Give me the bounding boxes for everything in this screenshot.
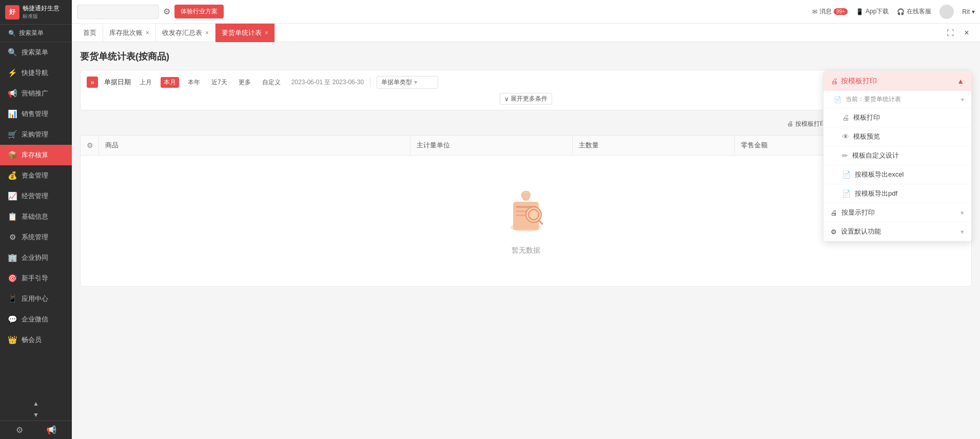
print-dropdown-header[interactable]: 🖨 按模板打印 ▲ [824, 71, 971, 91]
display-section-left: 🖨 按显示打印 [831, 208, 875, 217]
appstore-icon: 📱 [7, 294, 17, 304]
topbar-search-input[interactable] [82, 8, 154, 15]
sidebar-item-guide[interactable]: 🎯 新手引导 [0, 268, 72, 289]
quicknav-label: 快捷导航 [22, 68, 48, 78]
default-section-icon: ⚙ [831, 228, 837, 236]
tabs-close-button[interactable]: × [958, 24, 975, 42]
user-avatar[interactable] [939, 5, 954, 19]
sales-label: 销售管理 [22, 109, 48, 119]
date-btn-this-month[interactable]: 本月 [161, 77, 179, 88]
system-label: 系统管理 [22, 233, 48, 242]
tab-collect-summary-close[interactable]: × [205, 29, 209, 36]
print-default-section[interactable]: ⚙ 设置默认功能 ▾ [824, 222, 971, 241]
order-type-select[interactable]: 单据单类型 ▾ [377, 76, 438, 89]
tab-order-stats[interactable]: 要货单统计表 × [215, 24, 275, 42]
speaker-footer-button[interactable]: 📢 [46, 425, 56, 435]
sidebar-item-inventory[interactable]: 📦 库存核算 [0, 145, 72, 165]
date-btn-7days[interactable]: 近7天 [209, 77, 230, 88]
inventory-label: 库存核算 [22, 150, 48, 160]
tabs-bar: 首页 库存批次账 × 收发存汇总表 × 要货单统计表 × ⛶ × [72, 24, 980, 42]
topbar-search-box[interactable] [77, 5, 159, 19]
print-header-chevron-icon: ▲ [957, 77, 964, 85]
close-icon: × [964, 28, 969, 37]
print-export-excel-item[interactable]: 📄 按模板导出excel [824, 165, 971, 184]
expand-chevron-icon: ∨ [504, 96, 509, 103]
maximize-icon: ⛶ [947, 29, 954, 37]
date-btn-more[interactable]: 更多 [236, 77, 253, 88]
user-name[interactable]: Rit ▾ [962, 8, 975, 15]
print-template-custom-item[interactable]: ✏ 模板自定义设计 [824, 146, 971, 165]
settings-footer-button[interactable]: ⚙ [16, 425, 23, 435]
display-section-chevron-icon: ▾ [961, 209, 964, 217]
tab-order-stats-label: 要货单统计表 [222, 28, 262, 37]
message-button[interactable]: ✉ 消息 99+ [812, 7, 848, 16]
date-btn-this-year[interactable]: 本年 [185, 77, 203, 88]
sidebar-scroll-down[interactable]: ▼ [0, 409, 72, 421]
search-icon: 🔍 [7, 47, 17, 58]
tab-batch-account[interactable]: 库存批次账 × [103, 24, 156, 42]
template-print-icon: 🖨 [842, 113, 849, 122]
print-current-left: 📄 当前：要货单统计表 [834, 95, 901, 104]
th-goods: 商品 [99, 136, 410, 155]
sidebar-item-finance[interactable]: 💰 资金管理 [0, 165, 72, 186]
operations-icon: 📈 [7, 191, 17, 201]
finance-label: 资金管理 [22, 171, 48, 180]
default-section-label: 设置默认功能 [841, 227, 881, 236]
tab-home[interactable]: 首页 [77, 24, 103, 42]
svg-line-7 [539, 220, 542, 224]
industry-solution-button[interactable]: 体验行业方案 [174, 5, 224, 18]
appstore-label: 应用中心 [22, 294, 48, 303]
sidebar-item-appstore[interactable]: 📱 应用中心 [0, 289, 72, 309]
sidebar-item-wecom[interactable]: 💬 企业微信 [0, 309, 72, 330]
tab-home-label: 首页 [83, 28, 96, 37]
user-chevron-icon: ▾ [972, 8, 975, 15]
search-icon: 🔍 [8, 30, 16, 37]
tab-order-stats-close[interactable]: × [265, 29, 268, 36]
sidebar: 好 畅捷通好生意 标准版 🔍 搜索菜单 🔍 搜索菜单 ⚡ 快捷导航 📢 营销推广… [0, 0, 72, 439]
print-export-pdf-item[interactable]: 📄 按模板导出pdf [824, 184, 971, 203]
tab-collect-summary[interactable]: 收发存汇总表 × [156, 24, 215, 42]
sidebar-item-member[interactable]: 👑 畅会员 [0, 330, 72, 350]
table-settings-icon[interactable]: ⚙ [87, 141, 93, 149]
template-custom-icon: ✏ [842, 151, 848, 160]
display-section-icon: 🖨 [831, 209, 837, 217]
print-display-section[interactable]: 🖨 按显示打印 ▾ [824, 203, 971, 222]
print-template-preview-item[interactable]: 👁 模板预览 [824, 127, 971, 146]
sidebar-item-operations[interactable]: 📈 经营管理 [0, 186, 72, 206]
search-label: 搜索菜单 [22, 48, 48, 57]
sidebar-item-search[interactable]: 🔍 搜索菜单 [0, 42, 72, 63]
operations-label: 经营管理 [22, 192, 48, 201]
topbar-right: ✉ 消息 99+ 📱 App下载 🎧 在线客服 Rit ▾ [812, 5, 975, 19]
template-preview-icon: 👁 [842, 132, 849, 141]
export-excel-icon: 📄 [842, 170, 851, 179]
filter-toggle-button[interactable]: » [87, 77, 98, 88]
tab-batch-account-close[interactable]: × [146, 29, 149, 36]
topbar-settings-icon[interactable]: ⚙ [163, 7, 170, 16]
date-range-display: 2023-06-01 至 2023-06-30 [291, 78, 364, 87]
expand-conditions-button[interactable]: ∨ 展开更多条件 [500, 93, 552, 105]
tab-collect-summary-label: 收发存汇总表 [162, 28, 202, 37]
sidebar-item-marketing[interactable]: 📢 营销推广 [0, 83, 72, 104]
sidebar-item-enterprise[interactable]: 🏢 企业协同 [0, 247, 72, 268]
print-header-label: 按模板打印 [841, 77, 877, 86]
tabs-window-max-button[interactable]: ⛶ [942, 24, 958, 42]
marketing-icon: 📢 [7, 88, 17, 99]
online-service-button[interactable]: 🎧 在线客服 [897, 7, 931, 16]
app-download-button[interactable]: 📱 App下载 [856, 7, 889, 16]
print-template-print-item[interactable]: 🖨 模板打印 [824, 108, 971, 127]
sidebar-item-system[interactable]: ⚙ 系统管理 [0, 227, 72, 247]
sidebar-item-purchase[interactable]: 🛒 采购管理 [0, 124, 72, 145]
sidebar-item-sales[interactable]: 📊 销售管理 [0, 104, 72, 124]
sidebar-search-trigger[interactable]: 🔍 搜索菜单 [0, 25, 72, 42]
date-btn-prev-month[interactable]: 上月 [137, 77, 154, 88]
sidebar-item-quicknav[interactable]: ⚡ 快捷导航 [0, 63, 72, 83]
wecom-label: 企业微信 [22, 315, 48, 324]
print-current-item[interactable]: 📄 当前：要货单统计表 ▾ [824, 91, 971, 108]
sidebar-item-basic[interactable]: 📋 基础信息 [0, 206, 72, 227]
app-download-icon: 📱 [856, 8, 864, 15]
print-header-left: 🖨 按模板打印 [831, 77, 877, 86]
guide-icon: 🎯 [7, 273, 17, 283]
guide-label: 新手引导 [22, 274, 48, 283]
date-btn-custom[interactable]: 自定义 [260, 77, 283, 88]
sidebar-scroll-up[interactable]: ▲ [0, 398, 72, 409]
